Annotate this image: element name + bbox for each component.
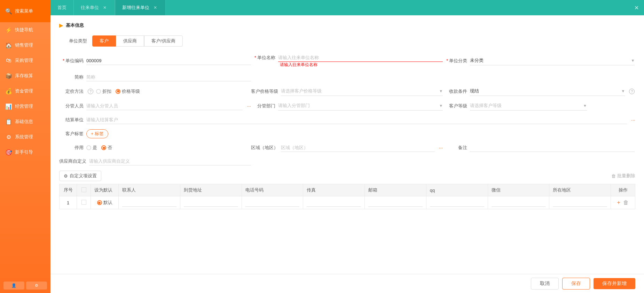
col-check	[77, 184, 91, 196]
customer-level-select[interactable]: 请选择客户等级 ▼	[470, 101, 587, 111]
sidebar-search[interactable]: 🔍 搜索菜单	[0, 0, 50, 22]
sidebar-user-btn[interactable]: 👤	[3, 282, 24, 290]
row-default: 默认	[91, 196, 119, 209]
main-content: 首页 往来单位 ✕ 新增往来单位 ✕ ✕ ▶ 基本信息 单位类型 客户 供应商 …	[50, 0, 644, 293]
search-icon: 🔍	[5, 8, 12, 15]
col-region: 所在地区	[549, 184, 611, 196]
sidebar: 🔍 搜索菜单 ⚡ 快捷导航 🏠 销售管理 🛍 采购管理 📦 库存核算 💰 资金管…	[0, 0, 50, 293]
row-contact	[119, 196, 180, 209]
unit-name-input[interactable]	[278, 54, 443, 62]
sidebar-item-system[interactable]: ⚙ 系统管理	[0, 129, 50, 145]
pricing-level-radio[interactable]	[116, 89, 120, 94]
row-add-button[interactable]: +	[617, 200, 620, 205]
row-delete-button[interactable]: 🗑	[623, 200, 629, 205]
sidebar-item-guide[interactable]: 🎯 新手引导	[0, 145, 50, 160]
unit-code-input[interactable]	[86, 57, 251, 65]
disabled-radio-group: 是 否	[86, 145, 112, 151]
manager-input[interactable]	[86, 102, 243, 110]
custom-settings-label: 自定义项设置	[70, 173, 97, 179]
payment-field: 收款条件 现结 ▼ ?	[443, 87, 635, 96]
customer-level-placeholder: 请选择客户等级	[470, 103, 583, 109]
tag-field: 客户标签 + 标签	[59, 129, 635, 138]
save-button[interactable]: 保存	[562, 278, 590, 290]
settlement-more-btn[interactable]: ···	[631, 117, 635, 123]
tab-new-close[interactable]: ✕	[152, 5, 158, 11]
basic-icon: 📋	[5, 118, 12, 125]
unit-category-field: 单位分类 未分类 ▼	[443, 54, 635, 68]
short-name-input[interactable]	[86, 73, 251, 81]
sidebar-item-purchase[interactable]: 🛍 采购管理	[0, 53, 50, 68]
form-area: ▶ 基本信息 单位类型 客户 供应商 客户/供应商 单位编码 单位名称 请输入往…	[50, 15, 644, 274]
pricing-level-option[interactable]: 价格等级	[116, 88, 140, 95]
pricing-field: 定价方法 ? 折扣 价格等级	[59, 87, 251, 96]
row-qq	[426, 196, 488, 209]
unit-category-select[interactable]: 未分类 ▼	[470, 56, 635, 65]
system-icon: ⚙	[5, 133, 12, 140]
operations-icon: 📊	[5, 103, 12, 110]
row-email-input[interactable]	[368, 198, 423, 207]
supplier-custom-input[interactable]	[89, 157, 251, 165]
sidebar-item-quick-nav[interactable]: ⚡ 快捷导航	[0, 22, 50, 38]
row-fax-input[interactable]	[307, 198, 361, 207]
row-wechat-input[interactable]	[492, 198, 546, 207]
row-region-input[interactable]	[553, 198, 607, 207]
disabled-yes-option[interactable]: 是	[86, 145, 97, 151]
row-phone-input[interactable]	[245, 198, 300, 207]
col-contact: 联系人	[119, 184, 180, 196]
row-default-radio[interactable]	[97, 200, 102, 205]
cancel-button[interactable]: 取消	[531, 278, 559, 290]
tab-home[interactable]: 首页	[50, 0, 74, 15]
sidebar-item-basic[interactable]: 📋 基础信息	[0, 114, 50, 129]
unit-code-label: 单位编码	[59, 58, 84, 64]
remark-input[interactable]	[470, 144, 635, 152]
save-new-button[interactable]: 保存并新增	[594, 278, 635, 289]
sidebar-item-sales[interactable]: 🏠 销售管理	[0, 38, 50, 53]
payment-select[interactable]: 现结 ▼	[470, 87, 625, 96]
col-num: 序号	[60, 184, 77, 196]
disabled-yes-radio[interactable]	[86, 145, 91, 150]
customer-price-placeholder: 请选择客户价格等级	[281, 88, 439, 94]
sidebar-item-search[interactable]: 🔍 搜索菜单	[0, 3, 50, 19]
tab-new[interactable]: 新增往来单位 ✕	[115, 0, 166, 15]
row-default-radio-item[interactable]: 默认	[94, 200, 115, 206]
region-input[interactable]	[281, 144, 434, 152]
form-row-5: 客户标签 + 标签	[59, 129, 635, 138]
custom-settings-button[interactable]: ⚙ 自定义项设置	[59, 171, 101, 181]
tab-list[interactable]: 往来单位 ✕	[74, 0, 115, 15]
unit-type-both[interactable]: 客户/供应商	[144, 35, 183, 47]
disabled-no-radio[interactable]	[101, 145, 106, 150]
batch-delete-label: 批量删除	[617, 173, 635, 179]
unit-type-customer[interactable]: 客户	[92, 35, 116, 47]
header-checkbox[interactable]	[81, 187, 86, 192]
unit-type-supplier[interactable]: 供应商	[116, 35, 144, 47]
form-row-2: 简称	[59, 73, 635, 81]
customer-price-select[interactable]: 请选择客户价格等级 ▼	[281, 87, 443, 96]
pricing-help-icon[interactable]: ?	[88, 89, 93, 94]
settlement-input[interactable]	[86, 116, 627, 124]
pricing-discount-option[interactable]: 折扣	[96, 88, 111, 95]
row-checkbox[interactable]	[81, 200, 86, 205]
sidebar-settings-btn[interactable]: ⚙	[26, 282, 47, 290]
row-qq-input[interactable]	[430, 198, 484, 207]
window-close-button[interactable]: ✕	[629, 0, 644, 15]
sidebar-item-operations[interactable]: 📊 经营管理	[0, 99, 50, 114]
row-address-input[interactable]	[184, 198, 238, 207]
form-row-1: 单位编码 单位名称 请输入往来单位名称 单位分类 未分类 ▼	[59, 54, 635, 68]
department-select[interactable]: 请输入分管部门 ▼	[278, 101, 443, 111]
region-more-btn[interactable]: ···	[439, 145, 443, 150]
tag-add-button[interactable]: + 标签	[86, 129, 108, 138]
row-default-label: 默认	[103, 200, 112, 206]
sidebar-item-finance[interactable]: 💰 资金管理	[0, 83, 50, 99]
disabled-no-option[interactable]: 否	[101, 145, 112, 151]
manager-more-btn[interactable]: ···	[247, 103, 251, 109]
payment-value: 现结	[470, 88, 621, 94]
pricing-discount-radio[interactable]	[96, 89, 101, 94]
row-contact-input[interactable]	[122, 198, 176, 207]
quick-nav-icon: ⚡	[5, 26, 12, 33]
pricing-level-label: 价格等级	[122, 88, 140, 95]
batch-delete-button[interactable]: 🗑 批量删除	[611, 173, 635, 179]
sidebar-item-inventory[interactable]: 📦 库存核算	[0, 68, 50, 83]
tab-list-close[interactable]: ✕	[102, 5, 108, 11]
guide-icon: 🎯	[5, 149, 12, 156]
payment-help-icon[interactable]: ?	[629, 89, 635, 94]
